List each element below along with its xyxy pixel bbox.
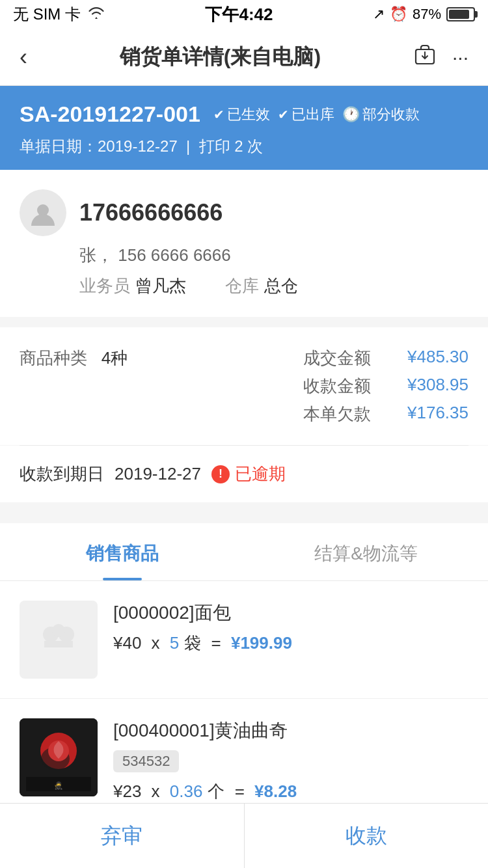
product-name-2: [000400001]黄油曲奇 [113,718,468,743]
check-icon-2: ✔ [278,107,289,122]
tab-sales-products[interactable]: 销售商品 [0,523,244,580]
order-header-banner: SA-20191227-001 ✔ 已生效 ✔ 已出库 🕐 部分收款 单据日期：… [0,86,488,170]
status-partial-payment: 🕐 部分收款 [342,105,420,124]
page-title: 销货单详情(来自电脑) [120,43,321,72]
product-total-2: ¥8.28 [254,781,297,802]
sales-rep-item: 业务员 曾凡杰 [79,275,186,297]
product-qty-2: 0.36 [170,781,203,802]
overdue-dot-icon: ! [211,465,230,483]
product-type-count: 4种 [102,348,128,368]
product-sku-2: 534532 [113,750,179,772]
tab-settlement-logistics[interactable]: 结算&物流等 [244,523,488,580]
due-date-label: 收款到期日 [20,463,104,485]
product-thumb-1 [20,601,98,679]
svg-point-4 [52,624,65,637]
status-left: 无 SIM 卡 [13,4,105,25]
received-label: 收款金额 [303,375,371,398]
nav-bar: ‹ 销货单详情(来自电脑) ··· [0,29,488,86]
order-date-line: 单据日期：2019-12-27 | 打印 2 次 [20,136,468,157]
product-item-1: [0000002]面包 ¥40 x 5 袋 = ¥199.99 [0,581,488,699]
tabs-section: 销售商品 结算&物流等 [0000002]面包 ¥40 x [0,523,488,823]
alarm-icon: ⏰ [390,6,407,23]
wifi-icon [87,5,105,23]
warehouse-item: 仓库 总仓 [225,275,298,297]
customer-card: 17666666666 张， 156 6666 6666 业务员 曾凡杰 仓库 … [0,170,488,317]
back-button[interactable]: ‹ [20,44,27,71]
check-icon-1: ✔ [213,107,224,122]
location-icon: ↗ [373,6,385,23]
battery-icon [446,7,475,21]
svg-text:🥷: 🥷 [54,781,63,790]
divider-2 [0,502,488,513]
owed-label: 本单欠款 [303,403,371,426]
received-value: ¥308.95 [384,375,468,398]
product-name-1: [0000002]面包 [113,601,468,625]
sales-rep-value: 曾凡杰 [135,275,186,297]
customer-account-id: 17666666666 [79,199,223,226]
due-date-value: 2019-12-27 [115,464,201,484]
status-bar: 无 SIM 卡 下午4:42 ↗ ⏰ 87% [0,0,488,29]
product-thumb-2: 🥷 [20,718,98,796]
customer-name-phone: 张， 156 6666 6666 [79,244,468,267]
product-qty-1: 5 [170,633,179,653]
status-time: 下午4:42 [205,3,273,26]
more-button[interactable]: ··· [452,46,468,68]
status-shipped: ✔ 已出库 [278,105,334,124]
product-price-2: ¥23 x 0.36 个 = ¥8.28 [113,780,468,803]
cancel-audit-button[interactable]: 弃审 [0,804,245,868]
overdue-badge: ! 已逾期 [211,463,286,485]
divider-1 [0,317,488,327]
clock-icon: 🕐 [342,106,360,123]
avatar [20,189,66,236]
tabs-bar: 销售商品 结算&物流等 [0,523,488,581]
amount-value: ¥485.30 [384,347,468,370]
received-row: 收款金额 ¥308.95 [303,375,468,398]
nav-actions: ··· [413,43,468,71]
product-total-1: ¥199.99 [231,633,292,653]
product-list: [0000002]面包 ¥40 x 5 袋 = ¥199.99 [0,581,488,823]
status-tags: ✔ 已生效 ✔ 已出库 🕐 部分收款 [213,105,420,124]
financial-summary: 成交金额 ¥485.30 收款金额 ¥308.95 本单欠款 ¥176.35 [303,347,468,426]
product-info-2: [000400001]黄油曲奇 534532 ¥23 x 0.36 个 = ¥8… [113,718,468,803]
customer-top: 17666666666 [20,189,468,236]
product-info-1: [0000002]面包 ¥40 x 5 袋 = ¥199.99 [113,601,468,655]
banner-top: SA-20191227-001 ✔ 已生效 ✔ 已出库 🕐 部分收款 [20,102,468,127]
amount-label: 成交金额 [303,347,371,370]
sales-rep-label: 业务员 [79,275,130,297]
carrier-text: 无 SIM 卡 [13,4,81,25]
product-type-info: 商品种类 4种 [20,347,128,370]
status-active: ✔ 已生效 [213,105,270,124]
amount-row: 成交金额 ¥485.30 [303,347,468,370]
order-id: SA-20191227-001 [20,102,200,127]
battery-text: 87% [413,6,441,23]
overdue-text: 已逾期 [235,463,286,485]
status-right: ↗ ⏰ 87% [373,6,475,23]
due-date-section: 收款到期日 2019-12-27 ! 已逾期 [0,446,488,502]
warehouse-value: 总仓 [264,275,298,297]
summary-section: 商品种类 4种 成交金额 ¥485.30 收款金额 ¥308.95 本单欠款 ¥… [0,327,488,445]
share-button[interactable] [413,43,437,71]
bottom-action-bar: 弃审 收款 [0,803,488,868]
owed-row: 本单欠款 ¥176.35 [303,403,468,426]
product-price-1: ¥40 x 5 袋 = ¥199.99 [113,632,468,655]
customer-meta: 业务员 曾凡杰 仓库 总仓 [79,275,468,297]
owed-value: ¥176.35 [384,403,468,426]
warehouse-label: 仓库 [225,275,259,297]
collect-payment-button[interactable]: 收款 [245,804,489,868]
